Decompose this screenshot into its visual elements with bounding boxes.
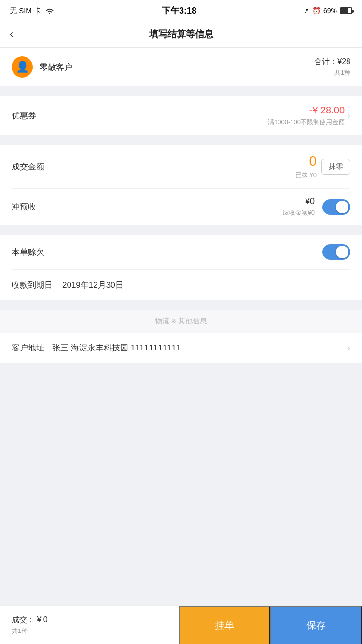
sheqian-row: 本单赊欠 [0,235,362,269]
customer-total-area: 合计：¥28 共1种 [314,57,350,77]
address-label: 客户地址 [12,342,44,353]
divider-3 [0,230,362,235]
bottom-deal-label: 成交： [12,616,35,624]
chong-sub-amount: 应收金额¥0 [283,209,315,217]
coupon-right-area: -¥ 28.00 满1000-100不限制使用金额 › [268,105,350,126]
pending-button[interactable]: 挂单 [179,606,270,644]
back-icon: ‹ [10,28,13,41]
back-button[interactable]: ‹ [10,28,13,41]
duedate-value: 2019年12月30日 [62,280,124,291]
toggle-thumb-2 [336,246,348,258]
bottom-deal-line: 成交： ¥ 0 [12,615,167,625]
deal-amount-right: 0 已抹 ¥0 抹零 [295,154,350,180]
address-chevron-icon: › [348,343,350,353]
battery-text: 69% [323,7,337,14]
bottom-info: 成交： ¥ 0 共1种 [0,606,179,644]
nav-bar: ‹ 填写结算等信息 [0,21,362,48]
coupon-desc: 满1000-100不限制使用金额 [268,118,345,126]
coupon-value-area: -¥ 28.00 满1000-100不限制使用金额 [268,105,345,126]
chong-yushou-row: 冲预收 ¥0 应收金额¥0 [0,189,362,225]
page-title: 填写结算等信息 [149,28,213,41]
duedate-label: 收款到期日 [12,280,53,291]
bottom-deal-value: ¥ 0 [37,616,47,624]
bottom-count: 共1种 [12,627,167,635]
location-icon: ↗ [304,7,309,14]
deal-amount-sub: 已抹 ¥0 [295,171,317,180]
toggle-thumb [336,201,348,213]
chong-yushou-label: 冲预收 [12,201,36,212]
coupon-section[interactable]: 优惠券 -¥ 28.00 满1000-100不限制使用金额 › [0,96,362,135]
wifi-icon [45,7,55,14]
divider-4 [0,305,362,310]
status-right: ↗ ⏰ 69% [304,7,352,14]
chong-amounts: ¥0 应收金额¥0 [283,196,315,217]
chevron-right-icon: › [348,111,350,121]
address-section[interactable]: 客户地址 张三 海淀永丰科技园 11111111111 › [0,333,362,363]
chong-right-area: ¥0 应收金额¥0 [283,196,350,217]
round-zero-button[interactable]: 抹零 [321,159,350,175]
address-value: 张三 海淀永丰科技园 11111111111 [52,342,348,353]
sheqian-label: 本单赊欠 [12,247,44,258]
sheqian-section: 本单赊欠 收款到期日 2019年12月30日 [0,235,362,300]
sheqian-toggle[interactable] [322,244,350,260]
customer-row: 👤 零散客户 合计：¥28 共1种 [0,48,362,86]
avatar-icon: 👤 [16,61,29,73]
status-bar: 无 SIM 卡 下午3:18 ↗ ⏰ 69% [0,0,362,21]
customer-total: 合计：¥28 [314,57,350,67]
customer-section: 👤 零散客户 合计：¥28 共1种 [0,48,362,86]
customer-count: 共1种 [314,69,350,77]
customer-info: 👤 零散客户 [12,56,72,78]
coupon-discount: -¥ 28.00 [268,105,345,116]
battery-icon [340,7,352,14]
alarm-icon: ⏰ [312,7,320,14]
address-row[interactable]: 客户地址 张三 海淀永丰科技园 11111111111 › [0,333,362,363]
duedate-row: 收款到期日 2019年12月30日 [0,270,362,300]
coupon-label: 优惠券 [12,110,36,121]
coupon-row[interactable]: 优惠券 -¥ 28.00 满1000-100不限制使用金额 › [0,96,362,135]
deal-amount-label: 成交金额 [12,161,44,172]
avatar: 👤 [12,56,33,78]
chong-yushou-toggle[interactable] [322,199,350,215]
deal-amount-col: 0 已抹 ¥0 [295,154,317,180]
chong-main-amount: ¥0 [283,196,315,207]
logistics-header-text: 物流 & 其他信息 [155,317,207,325]
status-left: 无 SIM 卡 [10,6,55,15]
divider-1 [0,91,362,96]
bottom-space [0,368,362,416]
logistics-header: 物流 & 其他信息 [0,310,362,333]
deal-amount-value: 0 [295,154,317,169]
carrier-text: 无 SIM 卡 [10,6,41,15]
save-button[interactable]: 保存 [270,606,362,644]
bottom-bar: 成交： ¥ 0 共1种 挂单 保存 [0,605,362,644]
customer-name: 零散客户 [40,62,72,73]
divider-2 [0,140,362,145]
deal-amount-row: 成交金额 0 已抹 ¥0 抹零 [0,145,362,188]
deal-section: 成交金额 0 已抹 ¥0 抹零 冲预收 ¥0 应收金额¥0 [0,145,362,225]
status-time: 下午3:18 [162,5,196,16]
